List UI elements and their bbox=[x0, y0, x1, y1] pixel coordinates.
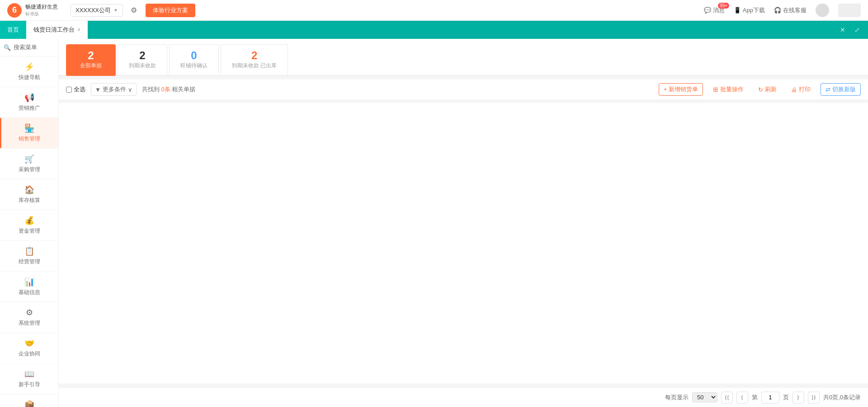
messages-badge: 99+ bbox=[718, 3, 729, 9]
messages-button[interactable]: 💬 消息 99+ bbox=[704, 6, 725, 14]
header-right: 💬 消息 99+ 📱 App下载 🎧 在线客服 bbox=[704, 4, 861, 17]
switch-icon: ⇄ bbox=[826, 86, 830, 93]
sidebar-search[interactable]: 🔍 搜索菜单 bbox=[0, 39, 58, 56]
inventory-icon: 🏠 bbox=[24, 185, 34, 195]
print-button[interactable]: 🖨 打印 bbox=[787, 84, 815, 95]
main-layout: 🔍 搜索菜单 ⚡ 快捷导航 📢 营销推广 🏪 销售管理 🛒 采购管理 🏠 库存核… bbox=[0, 39, 868, 407]
filter-icon: ▼ bbox=[95, 86, 101, 93]
content-area: 2 全部单据 2 到期未收款 0 旺铺待确认 2 到期未收款 已出库 bbox=[59, 39, 868, 407]
operations-icon: 📋 bbox=[24, 246, 34, 256]
chevron-down-icon: ▼ bbox=[113, 8, 118, 13]
sidebar-item-purchase[interactable]: 🛒 采购管理 bbox=[0, 149, 58, 179]
quick-nav-icon: ⚡ bbox=[24, 62, 34, 72]
settings-button[interactable]: ⚙ bbox=[127, 4, 140, 17]
finance-icon: 💰 bbox=[24, 215, 34, 225]
sidebar-item-operations[interactable]: 📋 经营管理 bbox=[0, 241, 58, 271]
sidebar-item-app-center[interactable]: 📦 应用中心 bbox=[0, 394, 58, 407]
nav-tabs: 首页 钱货日清工作台 × ✕ ⤢ bbox=[0, 21, 868, 39]
first-page-button[interactable]: ⟨⟨ bbox=[721, 392, 733, 403]
page-number-input[interactable] bbox=[761, 392, 779, 403]
switch-new-version-button[interactable]: ⇄ 切换新版 bbox=[821, 83, 861, 96]
select-all-checkbox[interactable]: 全选 bbox=[66, 85, 85, 94]
stat-tab-all[interactable]: 2 全部单据 bbox=[66, 44, 116, 75]
logo-text: 畅捷通好生意 标准版 bbox=[25, 4, 58, 17]
tab-home[interactable]: 首页 bbox=[0, 21, 26, 39]
batch-operations-button[interactable]: ⊞ 批量操作 bbox=[708, 84, 748, 95]
user-name-area bbox=[838, 4, 861, 17]
select-all-input[interactable] bbox=[66, 87, 72, 93]
close-tab-icon[interactable]: × bbox=[77, 27, 80, 33]
search-icon: 🔍 bbox=[4, 44, 11, 51]
next-page-button[interactable]: ⟩ bbox=[793, 392, 804, 403]
refresh-button[interactable]: ↻ 刷新 bbox=[754, 84, 781, 95]
sidebar-item-quick-nav[interactable]: ⚡ 快捷导航 bbox=[0, 56, 58, 87]
close-window-icon[interactable]: ✕ bbox=[837, 24, 848, 35]
sidebar-item-enterprise[interactable]: 🤝 企业协同 bbox=[0, 333, 58, 364]
stat-tab-wangpu[interactable]: 0 旺铺待确认 bbox=[169, 44, 219, 75]
guide-icon: 📖 bbox=[24, 369, 34, 379]
logo-icon: 6 bbox=[7, 3, 22, 18]
table-area bbox=[59, 103, 868, 384]
sidebar-item-sales[interactable]: 🏪 销售管理 bbox=[0, 118, 58, 149]
sidebar-item-inventory[interactable]: 🏠 库存核算 bbox=[0, 179, 58, 210]
page-size-select[interactable]: 50 100 200 bbox=[692, 392, 717, 402]
avatar[interactable] bbox=[816, 4, 829, 17]
toolbar-left: 全选 ▼ 更多条件 ∨ 共找到 0条 相关单据 bbox=[66, 83, 653, 96]
basic-info-icon: 📊 bbox=[24, 277, 34, 287]
stat-tab-shipped[interactable]: 2 到期未收款 已出库 bbox=[221, 44, 288, 75]
toolbar-right: + 新增销货单 ⊞ 批量操作 ↻ 刷新 🖨 打印 ⇄ 切换新版 bbox=[659, 83, 861, 96]
stat-tab-overdue[interactable]: 2 到期未收款 bbox=[118, 44, 167, 75]
message-icon: 💬 bbox=[704, 7, 711, 14]
toolbar: 全选 ▼ 更多条件 ∨ 共找到 0条 相关单据 + 新增销货单 ⊞ bbox=[59, 80, 868, 99]
last-page-button[interactable]: ⟩⟩ bbox=[808, 392, 820, 403]
pagination: 每页显示 50 100 200 ⟨⟨ ⟨ 第 页 ⟩ ⟩⟩ 共0页,0条记录 bbox=[59, 387, 868, 407]
more-filter-button[interactable]: ▼ 更多条件 ∨ bbox=[91, 83, 137, 96]
maximize-icon[interactable]: ⤢ bbox=[852, 24, 863, 35]
marketing-icon: 📢 bbox=[24, 93, 34, 103]
sales-icon: 🏪 bbox=[24, 123, 34, 133]
found-text: 共找到 0条 相关单据 bbox=[142, 85, 195, 94]
sidebar-item-finance[interactable]: 💰 资金管理 bbox=[0, 210, 58, 241]
sidebar: 🔍 搜索菜单 ⚡ 快捷导航 📢 营销推广 🏪 销售管理 🛒 采购管理 🏠 库存核… bbox=[0, 39, 59, 407]
app-download-button[interactable]: 📱 App下载 bbox=[734, 6, 765, 14]
sidebar-item-basic-info[interactable]: 📊 基础信息 bbox=[0, 271, 58, 302]
sidebar-item-guide[interactable]: 📖 新手引导 bbox=[0, 364, 58, 394]
headset-icon: 🎧 bbox=[774, 7, 781, 14]
refresh-icon: ↻ bbox=[758, 86, 763, 93]
sidebar-item-system[interactable]: ⚙ 系统管理 bbox=[0, 302, 58, 333]
logo-area: 6 畅捷通好生意 标准版 bbox=[7, 3, 66, 18]
tab-actions: ✕ ⤢ bbox=[837, 24, 868, 35]
batch-icon: ⊞ bbox=[713, 86, 718, 93]
prev-page-button[interactable]: ⟨ bbox=[736, 392, 748, 403]
trial-button[interactable]: 体验行业方案 bbox=[146, 4, 195, 17]
top-header: 6 畅捷通好生意 标准版 XXXXXX公司 ▼ ⚙ 体验行业方案 💬 消息 99… bbox=[0, 0, 868, 21]
app-center-icon: 📦 bbox=[24, 400, 34, 407]
add-sales-order-button[interactable]: + 新增销货单 bbox=[659, 83, 703, 96]
enterprise-icon: 🤝 bbox=[24, 338, 34, 348]
purchase-icon: 🛒 bbox=[24, 154, 34, 164]
system-icon: ⚙ bbox=[26, 308, 33, 318]
company-selector[interactable]: XXXXXX公司 ▼ bbox=[71, 4, 123, 17]
chevron-down-icon: ∨ bbox=[128, 86, 132, 93]
sidebar-item-marketing[interactable]: 📢 营销推广 bbox=[0, 87, 58, 118]
tab-sales-workbench[interactable]: 钱货日清工作台 × bbox=[26, 21, 88, 39]
total-records: 共0页,0条记录 bbox=[823, 393, 861, 402]
stats-tabs: 2 全部单据 2 到期未收款 0 旺铺待确认 2 到期未收款 已出库 bbox=[59, 39, 868, 76]
phone-icon: 📱 bbox=[734, 7, 741, 14]
online-service-button[interactable]: 🎧 在线客服 bbox=[774, 6, 807, 14]
print-icon: 🖨 bbox=[791, 86, 797, 93]
